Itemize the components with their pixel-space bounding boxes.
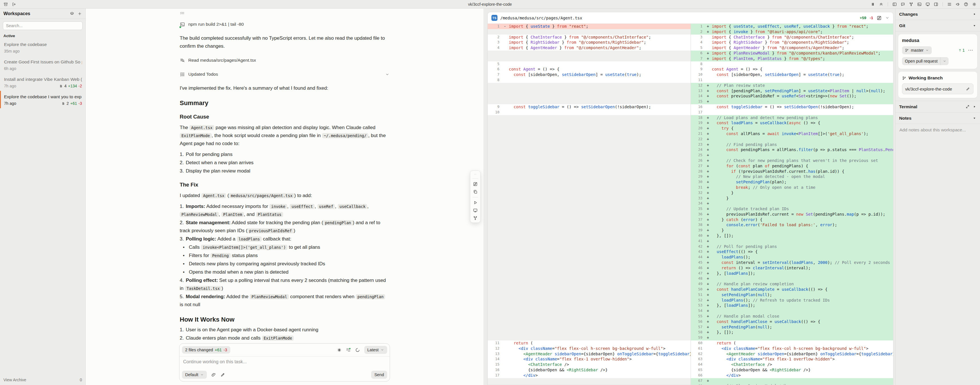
latest-dropdown[interactable]: Latest xyxy=(364,346,387,354)
git-fork-icon[interactable] xyxy=(473,216,478,221)
diff-row xyxy=(488,131,690,137)
diff-pane-new[interactable]: 1+import { useState, useEffect, useRef, … xyxy=(690,24,893,385)
diff-row: 6+import { PlanReviewModal } from "@/com… xyxy=(691,51,893,56)
git-section-header[interactable]: Git xyxy=(896,20,980,32)
diff-row: 23+ // Find pending plans xyxy=(691,142,893,147)
tool-call-row[interactable]: npm run build 2>&1 | tail -80 xyxy=(180,20,390,28)
tool-call-row[interactable]: Read medusa/src/pages/Agent.tsx xyxy=(180,56,390,64)
search-input[interactable] xyxy=(3,21,83,30)
diff-row xyxy=(488,239,690,244)
diff-row: 46+ return () => clearInterval(interval)… xyxy=(691,265,893,271)
message-input[interactable] xyxy=(183,359,386,367)
send-button[interactable]: Send xyxy=(371,371,387,379)
diff-row xyxy=(488,115,690,121)
diff-row xyxy=(488,56,690,61)
mode-dropdown[interactable]: Default xyxy=(182,371,207,379)
diff-row xyxy=(488,292,690,298)
files-changed-chip[interactable]: 2 files changed +61 -3 xyxy=(182,346,230,353)
pause-icon[interactable] xyxy=(870,2,875,6)
diff-row: 29+ // New plan detected - open the moda… xyxy=(691,174,893,179)
tool-call-row[interactable]: Updated Todos xyxy=(180,70,390,78)
terminal-section-header[interactable]: Terminal xyxy=(896,101,980,113)
pen-icon[interactable] xyxy=(220,372,225,377)
running-status-dot xyxy=(179,26,181,28)
play-icon[interactable] xyxy=(473,200,478,205)
chat-scroll-area[interactable]: npm run build 2>&1 | tail -80The build c… xyxy=(86,9,484,342)
workspace-item[interactable]: Install and integrate Vibe Kanban Web (7… xyxy=(0,73,86,91)
layers-icon[interactable] xyxy=(70,11,74,16)
diff-icon[interactable] xyxy=(473,181,478,186)
topbar-left-icons xyxy=(3,2,16,6)
paragraph: I've implemented the fix. Here's a summa… xyxy=(180,84,390,92)
chev-down-icon[interactable] xyxy=(385,72,390,76)
bullet-item: •Opens the modal when a new plan is dete… xyxy=(180,268,390,276)
git-fork-icon[interactable] xyxy=(909,2,913,6)
diff-row: 58+ }, []); xyxy=(691,329,893,335)
separator xyxy=(888,2,888,6)
notes-section-header[interactable]: Notes xyxy=(896,113,980,124)
plus-icon[interactable] xyxy=(78,11,82,16)
read-icon xyxy=(180,58,185,63)
diff-row xyxy=(488,212,690,217)
spark-icon[interactable] xyxy=(337,348,342,352)
notes-placeholder[interactable]: Add notes about this workspace... xyxy=(896,124,980,136)
diff-row xyxy=(488,378,690,383)
collapse-up-icon[interactable] xyxy=(879,2,883,6)
git-branch-icon xyxy=(905,48,909,52)
workspace-item[interactable]: Explore the codebase35m ago xyxy=(0,38,86,56)
chat-bubble-icon[interactable] xyxy=(900,2,905,6)
panel-left-icon[interactable] xyxy=(892,2,897,6)
diff-row: 33+ } xyxy=(691,196,893,201)
spinner-icon[interactable] xyxy=(355,348,360,352)
workspaces-title: Workspaces xyxy=(3,11,30,16)
monitor-icon[interactable] xyxy=(926,2,930,6)
notes-label: Notes xyxy=(899,116,912,121)
megaphone-icon[interactable] xyxy=(955,2,960,6)
heading: How It Works Now xyxy=(180,316,390,324)
diff-row xyxy=(488,303,690,308)
terminal-icon[interactable] xyxy=(917,2,922,6)
archive-icon[interactable] xyxy=(3,2,8,6)
pencil-icon[interactable] xyxy=(966,86,970,91)
list-item: 1.Imports: Added necessary imports for i… xyxy=(180,202,390,218)
diff-region: TS /medusa/medusa/src/pages/Agent.tsx +5… xyxy=(484,9,895,385)
diff-row: 4import { RightSidebar } from "@/compone… xyxy=(691,40,893,45)
monitor-icon[interactable] xyxy=(473,208,478,213)
chevron-down-icon[interactable] xyxy=(885,16,889,20)
branch-selector[interactable]: master xyxy=(902,46,932,54)
sign-out-icon[interactable] xyxy=(12,2,16,6)
heading: Root Cause xyxy=(180,113,390,121)
diff-pane-old[interactable]: 1-import { useState } from "react";2impo… xyxy=(488,24,690,385)
repo-name: medusa xyxy=(902,38,974,43)
separator xyxy=(472,197,478,197)
diff-row xyxy=(488,313,690,319)
open-pull-request-button[interactable]: Open pull request xyxy=(902,57,940,65)
expand-icon[interactable] xyxy=(966,105,970,109)
list-item: 3.Polling logic: Added a loadPlans callb… xyxy=(180,235,390,243)
help-icon[interactable] xyxy=(964,2,968,6)
diff-row: 63 <div className="flex flex-1 overflow-… xyxy=(691,356,893,362)
copy-icon[interactable] xyxy=(473,189,478,194)
separator xyxy=(472,178,478,179)
todos-dot-icon[interactable] xyxy=(346,348,351,352)
view-archive-link[interactable]: View Archive xyxy=(3,377,26,382)
diff-row xyxy=(488,255,690,260)
drag-dots-icon[interactable] xyxy=(473,173,478,176)
git-panel: Changes Git medusa master 1 xyxy=(895,9,980,385)
diff-view-icon[interactable] xyxy=(877,16,882,21)
workspace-item[interactable]: Create Good First Issues on Github So p6… xyxy=(0,56,86,73)
menu-icon[interactable] xyxy=(947,2,952,6)
open-pr-options-button[interactable] xyxy=(940,57,948,65)
panel-right-icon[interactable] xyxy=(934,2,938,6)
paperclip-icon[interactable] xyxy=(211,372,216,377)
diff-row xyxy=(488,298,690,303)
diff-row: 15 <ChatInterface /> xyxy=(488,362,690,367)
diff-row: 64 <ChatInterface /> xyxy=(691,362,893,367)
more-actions-button[interactable]: ··· xyxy=(968,48,974,53)
changes-section-header[interactable]: Changes xyxy=(896,9,980,20)
diff-row: 66 </div> xyxy=(691,373,893,378)
workspace-item[interactable]: Explore the codebase I want you to exp7h… xyxy=(0,91,86,108)
working-branch-input[interactable] xyxy=(905,86,963,91)
gear-icon[interactable] xyxy=(972,2,977,6)
heading: Summary xyxy=(180,99,390,107)
